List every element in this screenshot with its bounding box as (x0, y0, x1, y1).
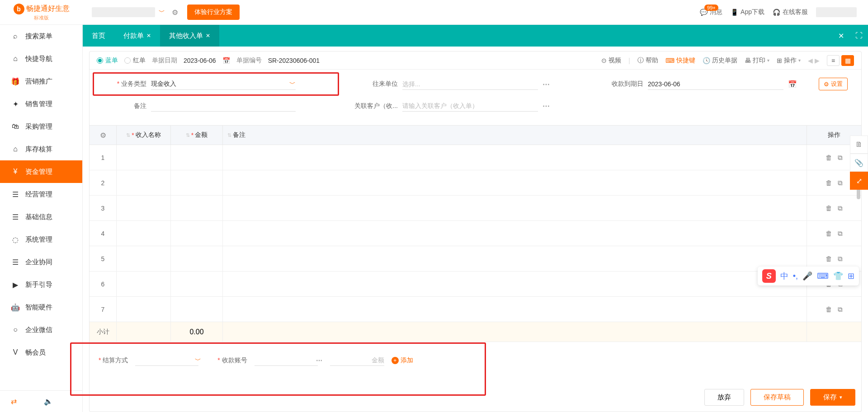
settle-amount-input[interactable] (330, 355, 384, 366)
ime-skin-icon[interactable]: 👕 (833, 271, 843, 281)
copy-row-icon[interactable]: ⧉ (838, 179, 843, 187)
cell-income-name[interactable] (117, 170, 171, 195)
sidebar-item-1[interactable]: ⌂快捷导航 (0, 47, 82, 70)
sidebar-item-0[interactable]: ⌕搜索菜单 (0, 25, 82, 47)
next-icon[interactable]: ▶ (815, 57, 820, 64)
cell-note[interactable] (223, 272, 807, 296)
settle-method-select[interactable] (135, 355, 198, 366)
copy-row-icon[interactable]: ⧉ (838, 204, 843, 212)
company-selector[interactable]: ﹀ (92, 7, 165, 17)
cell-income-name[interactable] (117, 272, 171, 296)
radio-red[interactable]: 红单 (124, 56, 146, 65)
save-draft-button[interactable]: 保存草稿 (750, 389, 804, 406)
tab-2[interactable]: 其他收入单✕ (160, 25, 219, 47)
tab-close-all-icon[interactable]: ✕ (832, 25, 850, 47)
add-settlement-button[interactable]: + 添加 (392, 356, 413, 365)
online-service-button[interactable]: 🎧 在线客服 (773, 8, 808, 16)
sidebar-item-13[interactable]: ○企业微信 (0, 318, 82, 341)
sidebar-item-6[interactable]: ¥资金管理 (0, 160, 82, 183)
cell-income-name[interactable] (117, 297, 171, 322)
cell-income-name[interactable] (117, 221, 171, 246)
messages-button[interactable]: 💬 消息 99+ (700, 8, 722, 16)
sidebar-item-9[interactable]: ◌系统管理 (0, 228, 82, 251)
delete-row-icon[interactable]: 🗑 (826, 179, 832, 187)
sidebar-item-11[interactable]: ▶新手引导 (0, 273, 82, 296)
calendar-icon[interactable]: 📅 (222, 57, 230, 64)
delete-row-icon[interactable]: 🗑 (826, 204, 832, 212)
print-button[interactable]: 🖶打印▾ (745, 56, 769, 65)
cell-income-name[interactable] (117, 246, 171, 271)
table-row[interactable]: 4🗑⧉ (90, 221, 861, 246)
sidebar-item-10[interactable]: ☰企业协同 (0, 251, 82, 273)
prev-icon[interactable]: ◀ (808, 57, 813, 64)
biz-type-select[interactable] (151, 79, 296, 90)
cell-amount[interactable] (171, 170, 223, 195)
tab-1[interactable]: 付款单✕ (114, 25, 160, 47)
remark-input[interactable] (151, 100, 296, 112)
cell-income-name[interactable] (117, 145, 171, 170)
cell-note[interactable] (223, 221, 807, 246)
cell-amount[interactable] (171, 221, 223, 246)
settle-account-input[interactable] (255, 355, 318, 366)
table-row[interactable]: 5🗑⧉ (90, 246, 861, 272)
sidebar-item-3[interactable]: ✦销售管理 (0, 93, 82, 115)
ime-toolbox-icon[interactable]: ⊞ (848, 271, 854, 281)
copy-row-icon[interactable]: ⧉ (838, 255, 843, 263)
customer-lookup-icon[interactable]: ⋯ (542, 102, 550, 110)
chevron-down-icon[interactable]: ﹀ (289, 80, 296, 88)
col-amount[interactable]: ⇅*金额 (171, 126, 223, 145)
view-list-icon[interactable]: ≡ (827, 55, 840, 66)
cell-amount[interactable] (171, 246, 223, 271)
table-settings-icon[interactable]: ⚙ (90, 126, 117, 145)
sidebar-item-8[interactable]: ☰基础信息 (0, 206, 82, 228)
app-download-button[interactable]: 📱 App下载 (731, 8, 764, 16)
cell-amount[interactable] (171, 272, 223, 296)
copy-row-icon[interactable]: ⧉ (838, 154, 843, 162)
ime-mic-icon[interactable]: 🎤 (802, 271, 812, 281)
copy-row-icon[interactable]: ⧉ (838, 229, 843, 238)
copy-row-icon[interactable]: ⧉ (838, 305, 843, 314)
experience-industry-button[interactable]: 体验行业方案 (187, 5, 240, 20)
sidebar-sound-icon[interactable]: 🔈 (44, 397, 53, 406)
ime-keyboard-icon[interactable]: ⌨ (817, 271, 829, 281)
delete-row-icon[interactable]: 🗑 (826, 305, 832, 313)
ime-toolbar[interactable]: S 中 •, 🎤 ⌨ 👕 ⊞ (758, 267, 859, 286)
cell-amount[interactable] (171, 196, 223, 220)
cell-note[interactable] (223, 246, 807, 271)
tab-0[interactable]: 首页 (83, 25, 114, 47)
calendar-icon[interactable]: 📅 (788, 80, 797, 89)
unit-input[interactable] (402, 79, 538, 90)
float-clip-icon[interactable]: 📎 (850, 154, 868, 172)
discard-button[interactable]: 放弃 (704, 389, 744, 406)
delete-row-icon[interactable]: 🗑 (826, 255, 832, 262)
cell-note[interactable] (223, 170, 807, 195)
table-row[interactable]: 6🗑⧉ (90, 272, 861, 297)
sidebar-item-2[interactable]: 🎁营销推广 (0, 70, 82, 93)
tab-close-icon[interactable]: ✕ (146, 33, 151, 39)
cell-note[interactable] (223, 145, 807, 170)
video-button[interactable]: ⊙视频 (601, 56, 621, 65)
table-row[interactable]: 7🗑⧉ (90, 297, 861, 322)
gear-icon[interactable]: ⚙ (172, 8, 178, 17)
float-expand-icon[interactable]: ⤢ (850, 172, 868, 190)
save-button[interactable]: 保存▾ (810, 389, 855, 406)
table-row[interactable]: 1🗑⧉ (90, 145, 861, 170)
account-lookup-icon[interactable]: ⋯ (316, 357, 323, 364)
chevron-down-icon[interactable]: ﹀ (195, 356, 201, 365)
ime-punct-icon[interactable]: •, (793, 272, 798, 281)
cell-amount[interactable] (171, 297, 223, 322)
sidebar-item-4[interactable]: 🛍采购管理 (0, 115, 82, 138)
settings-button[interactable]: ⚙设置 (819, 78, 848, 90)
hotkeys-button[interactable]: ⌨快捷键 (665, 56, 695, 65)
cell-income-name[interactable] (117, 196, 171, 220)
history-button[interactable]: 🕓历史单据 (703, 56, 737, 65)
cell-note[interactable] (223, 297, 807, 322)
sidebar-item-12[interactable]: 🤖智能硬件 (0, 296, 82, 318)
operate-button[interactable]: ⊞操作▾ (777, 56, 801, 65)
table-row[interactable]: 2🗑⧉ (90, 170, 861, 196)
sidebar-switch-icon[interactable]: ⇄ (11, 397, 17, 406)
tab-close-icon[interactable]: ✕ (206, 33, 210, 39)
table-row[interactable]: 3🗑⧉ (90, 196, 861, 221)
col-note[interactable]: ⇅备注 (223, 126, 807, 145)
view-card-icon[interactable]: ▦ (841, 55, 854, 66)
